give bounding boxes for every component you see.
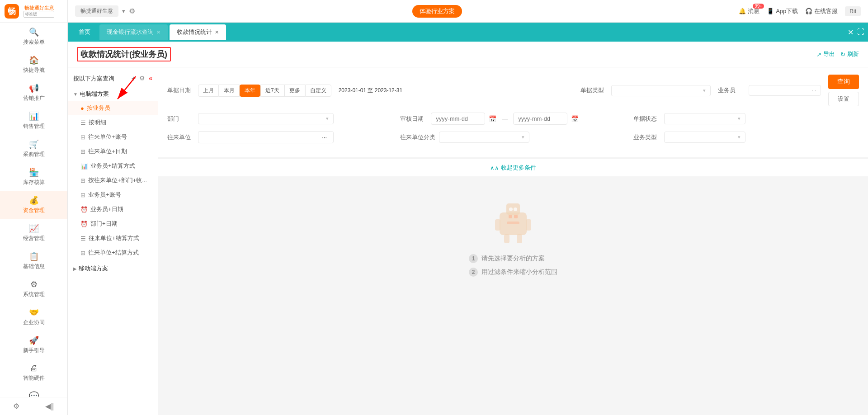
tree-item-by-detail[interactable]: ☰ 按明细 (68, 115, 158, 130)
partner-category-select[interactable]: ▾ (439, 132, 529, 143)
topbar-app-btn[interactable]: 📱 App下载 (767, 7, 798, 15)
partner-select[interactable]: ··· (198, 131, 334, 143)
sidebar-item-enterprise[interactable]: 🤝 企业协同 (0, 303, 67, 331)
salesperson-label: 业务员 (718, 86, 745, 94)
sidebar-item-operation[interactable]: 📈 经营管理 (0, 219, 67, 247)
period-this-year[interactable]: 本年 (240, 85, 260, 97)
tree-item-salesperson-account[interactable]: ⊞ 业务员+账号 (68, 188, 158, 202)
topbar-msg-btn[interactable]: 🔔 消息 99+ (739, 7, 760, 15)
partner-account-icon: ⊞ (80, 134, 85, 141)
tab-close-bank-flow[interactable]: ✕ (156, 29, 160, 35)
sidebar-item-wechat[interactable]: 💬 企业微信 (0, 387, 67, 397)
tab-close-icon[interactable]: ✕ (848, 28, 854, 37)
partner-category-chevron-icon: ▾ (522, 134, 524, 140)
period-last-7days[interactable]: 近7天 (260, 85, 284, 97)
bill-date-label: 单据日期 (167, 86, 194, 94)
bill-status-chevron-icon: ▾ (738, 116, 741, 122)
operation-icon: 📈 (29, 223, 39, 233)
salesperson-settle-icon: 📊 (80, 163, 88, 170)
logo-icon: 畅 (5, 4, 19, 19)
refresh-button[interactable]: ↻ 刷新 (840, 50, 859, 58)
purchase-icon: 🛒 (29, 139, 39, 149)
tab-bank-flow[interactable]: 现金银行流水查询 ✕ (99, 24, 168, 40)
tree-item-by-salesperson[interactable]: ● 按业务员 (68, 101, 158, 115)
business-type-select[interactable]: ▾ (664, 132, 745, 143)
svg-rect-11 (504, 234, 509, 243)
sidebar-item-system[interactable]: ⚙ 系统管理 (0, 275, 67, 303)
period-this-month[interactable]: 本月 (219, 85, 240, 97)
tab-close-collection-stats[interactable]: ✕ (215, 29, 219, 35)
salesperson-select[interactable]: ··· (749, 85, 821, 96)
sidebar-collapse-btn[interactable]: ◀‖ (45, 402, 54, 410)
sidebar-item-inventory[interactable]: 🏪 库存核算 (0, 163, 67, 191)
salesperson-chevron-icon: ··· (812, 88, 816, 93)
tab-home[interactable]: 首页 (71, 24, 98, 40)
approval-date-to-cal-icon[interactable]: 📅 (571, 115, 579, 123)
sidebar-item-marketing[interactable]: 📢 营销推广 (0, 79, 67, 107)
sidebar-item-sales[interactable]: 📊 销售管理 (0, 107, 67, 135)
tree-item-salesperson-date[interactable]: ⏰ 业务员+日期 (68, 202, 158, 217)
sidebar-item-guide[interactable]: 🚀 新手引导 (0, 331, 67, 359)
tree-item-salesperson-settle[interactable]: 📊 业务员+结算方式 (68, 159, 158, 173)
enterprise-icon: 🤝 (29, 307, 39, 317)
filter-item-partner-category: 往来单位分类 ▾ (400, 132, 626, 143)
right-filter-panel: 单据日期 上月 本月 本年 近7天 更多 自定义 2023-01-01 至 20… (158, 67, 868, 415)
sidebar-item-quick-nav[interactable]: 🏠 快捷导航 (0, 51, 67, 79)
topbar-brand: 畅捷通好生意 (75, 5, 118, 17)
sidebar-item-finance[interactable]: 💰 资金管理 (0, 191, 67, 219)
collapse-panel-icon[interactable]: « (149, 75, 152, 83)
tree-section-mobile: ▶ 移动端方案 (68, 262, 158, 275)
export-button[interactable]: ↗ 导出 (816, 50, 835, 58)
period-last-month[interactable]: 上月 (198, 85, 219, 97)
svg-rect-6 (509, 215, 512, 218)
tree-section-mobile-header[interactable]: ▶ 移动端方案 (68, 262, 158, 275)
tab-maximize-icon[interactable]: ⛶ (857, 28, 864, 37)
topbar-user-btn[interactable]: Rit (845, 6, 861, 16)
approval-date-from-input[interactable] (431, 113, 485, 125)
filter-item-business-type: 业务类型 ▾ (633, 132, 859, 143)
sidebar-settings-btn[interactable]: ⚙ (13, 402, 19, 410)
left-panel: 按以下方案查询 + ⚙ « (68, 67, 158, 415)
topbar-service-btn[interactable]: 🎧 在线客服 (805, 7, 838, 15)
sidebar-item-search-menu[interactable]: 🔍 搜索菜单 (0, 23, 67, 51)
dept-label: 部门 (167, 115, 194, 123)
topbar-right: 🔔 消息 99+ 📱 App下载 🎧 在线客服 Rit (739, 6, 861, 16)
sidebar-item-purchase[interactable]: 🛒 采购管理 (0, 135, 67, 163)
tree-item-partner-settle2[interactable]: ⊞ 往来单位+结算方式 (68, 245, 158, 260)
by-detail-icon: ☰ (80, 119, 86, 126)
bill-status-select[interactable]: ▾ (664, 113, 745, 124)
tree-item-dept-date[interactable]: ⏰ 部门+日期 (68, 217, 158, 231)
period-more[interactable]: 更多 (284, 85, 305, 97)
logo-badge: 标准版 (24, 11, 54, 18)
sidebar-item-basic-info[interactable]: 📋 基础信息 (0, 247, 67, 275)
tree-section-desktop: ▼ 电脑端方案 ● 按业务员 ☰ 按明细 ⊞ 往来单位+账号 (68, 87, 158, 260)
add-scheme-icon[interactable]: + (132, 75, 136, 83)
app-icon: 📱 (767, 8, 774, 14)
tree-item-partner-dept-collect[interactable]: ⊞ 按往来单位+部门+收... (68, 173, 158, 188)
approval-date-from-cal-icon[interactable]: 📅 (489, 115, 496, 123)
topbar-gear-icon[interactable]: ⚙ (129, 7, 135, 15)
query-button[interactable]: 查询 (828, 75, 859, 89)
tree-item-partner-account[interactable]: ⊞ 往来单位+账号 (68, 130, 158, 144)
tree-item-partner-settle1[interactable]: ☰ 往来单位+结算方式 (68, 231, 158, 245)
tab-collection-stats[interactable]: 收款情况统计 ✕ (170, 24, 226, 40)
sidebar-logo: 畅 畅捷通好生意 标准版 (0, 0, 67, 23)
approval-date-to-input[interactable] (513, 113, 567, 125)
by-salesperson-icon: ● (80, 105, 84, 112)
settings-button[interactable]: 设置 (828, 92, 859, 106)
sidebar-item-smart-hw[interactable]: 🖨 智能硬件 (0, 359, 67, 387)
tree-item-partner-date[interactable]: ⊞ 往来单位+日期 (68, 144, 158, 159)
bill-type-select[interactable]: ▾ (611, 85, 711, 96)
filter-item-bill-status: 单据状态 ▾ (633, 113, 859, 124)
bill-status-label: 单据状态 (633, 115, 660, 123)
salesperson-account-icon: ⊞ (80, 192, 85, 198)
collapse-bar[interactable]: ∧∧ 收起更多条件 (158, 159, 868, 176)
dept-select[interactable]: ▾ (198, 113, 334, 124)
scheme-settings-icon[interactable]: ⚙ (139, 75, 145, 83)
period-custom[interactable]: 自定义 (305, 85, 331, 97)
empty-state: 1 请先选择要分析的方案 2 用过滤条件来缩小分析范围 (158, 176, 868, 295)
trial-button[interactable]: 体验行业方案 (412, 5, 462, 18)
empty-tips: 1 请先选择要分析的方案 2 用过滤条件来缩小分析范围 (469, 254, 557, 277)
topbar-chevron-icon[interactable]: ▾ (122, 8, 125, 14)
tree-section-desktop-header[interactable]: ▼ 电脑端方案 (68, 87, 158, 101)
